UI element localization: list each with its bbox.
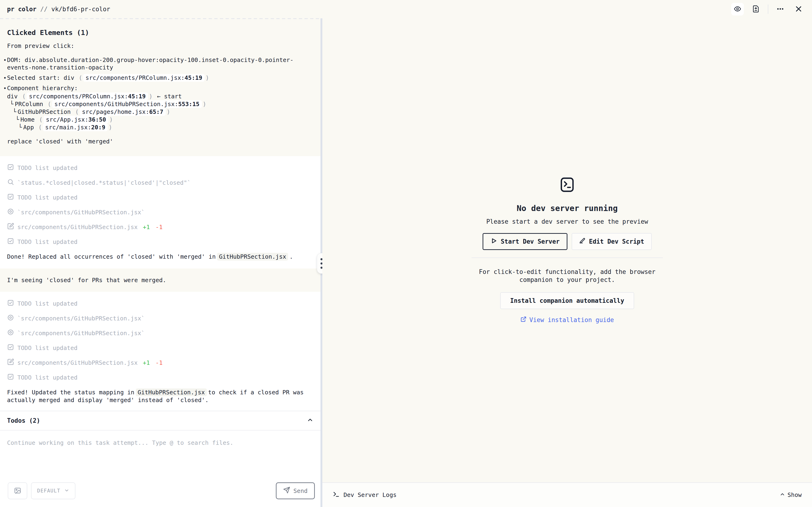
diff-added-count: +1 <box>143 224 150 230</box>
search-icon <box>7 178 14 187</box>
chevron-up-icon <box>307 416 313 425</box>
close-icon <box>795 5 802 13</box>
show-logs-button[interactable]: Show <box>779 492 802 499</box>
main-split: Clicked Elements (1) From preview click:… <box>0 18 812 507</box>
install-companion-button[interactable]: Install companion automatically <box>500 292 634 309</box>
open-paren: ( <box>22 93 26 100</box>
edit-dev-script-button[interactable]: Edit Dev Script <box>572 233 652 250</box>
event-text: src/components/GitHubPRSection.jsx <box>17 224 138 230</box>
edit-pencil-icon <box>7 358 14 367</box>
panel-divider[interactable] <box>320 18 322 507</box>
event-text: `src/components/GitHubPRSection.jsx` <box>17 315 145 322</box>
diff-removed-count: -1 <box>156 224 163 230</box>
file-read-row[interactable]: `src/components/GitHubPRSection.jsx` <box>7 209 313 216</box>
user-prompt-text: replace 'closed' with 'merged' <box>7 138 313 145</box>
clicked-elements-heading: Clicked Elements (1) <box>7 29 313 37</box>
file-path: src/components/PRColumn.jsx <box>29 93 124 100</box>
file-path: src/components/PRColumn.jsx <box>86 74 181 81</box>
preview-divider <box>471 258 663 258</box>
task-breadcrumb: pr color // vk/bfd6-pr-color <box>7 6 110 13</box>
file-path: src/components/GitHubPRSection.jsx <box>54 101 175 108</box>
composer-controls: DEFAULT Send <box>8 482 315 499</box>
checkbox-check-icon <box>7 299 14 308</box>
start-dev-server-button[interactable]: Start Dev Server <box>483 233 567 250</box>
tree-row: └App (src/main.jsx:20:9) <box>7 123 313 131</box>
composer-input[interactable] <box>7 439 313 470</box>
todo-updated-row[interactable]: TODO list updated <box>7 238 313 245</box>
checkbox-check-icon <box>7 164 14 172</box>
todos-collapse-bar[interactable]: Todos (2) <box>0 411 320 431</box>
file-chip[interactable]: GitHubPRSection.jsx <box>136 388 207 396</box>
terminal-prompt-icon <box>333 491 340 499</box>
file-read-row[interactable]: `src/components/GitHubPRSection.jsx` <box>7 315 313 322</box>
file-path: src/pages/home.jsx <box>82 108 146 115</box>
todo-updated-row[interactable]: TODO list updated <box>7 164 313 172</box>
chevron-down-icon <box>64 488 69 494</box>
tree-row: div (src/components/PRColumn.jsx:45:19) … <box>7 93 313 100</box>
install-companion-label: Install companion automatically <box>510 297 624 304</box>
grep-search-row[interactable]: `status.*closed|closed.*status|'closed'|… <box>7 179 313 186</box>
file-path-chip[interactable]: src/components/GitHubPRSection.jsx:553:1… <box>52 100 202 108</box>
file-path-chip[interactable]: src/pages/home.jsx:65:7 <box>80 108 166 116</box>
read-target-icon <box>7 329 14 337</box>
dom-selector-text: DOM: div.absolute.duration-200.group-hov… <box>7 57 294 71</box>
more-menu-button[interactable] <box>774 3 786 15</box>
start-dev-server-label: Start Dev Server <box>501 238 559 245</box>
selected-start-label: Selected start: div <box>7 74 74 81</box>
tree-branch-glyph: └ <box>10 101 13 108</box>
tree-row: └Home (src/App.jsx:36:50) <box>7 116 313 123</box>
event-text: TODO list updated <box>17 194 78 201</box>
component-name: GitHubPRSection <box>18 108 71 115</box>
file-path: src/main.jsx <box>45 124 88 131</box>
send-button[interactable]: Send <box>276 482 315 499</box>
tree-branch-glyph: └ <box>18 124 22 131</box>
attach-image-button[interactable] <box>8 482 27 499</box>
file-chip[interactable]: GitHubPRSection.jsx <box>217 253 288 261</box>
dev-server-logs-label: Dev Server Logs <box>344 492 397 498</box>
model-selector[interactable]: DEFAULT <box>31 482 75 499</box>
tree-branch-glyph: └ <box>15 116 19 123</box>
component-name: App <box>23 124 34 131</box>
reply-text: . <box>290 253 293 260</box>
preview-toggle-button[interactable] <box>731 3 744 15</box>
read-target-icon <box>7 314 14 323</box>
open-paren: ( <box>79 74 82 81</box>
event-text: TODO list updated <box>17 374 78 381</box>
pencil-icon <box>579 237 586 245</box>
component-name: PRColumn <box>15 101 43 108</box>
companion-help-text: For click-to-edit functionality, add the… <box>478 268 656 284</box>
selected-start-item: Selected start: div (src/components/PRCo… <box>7 74 313 82</box>
file-path-chip[interactable]: src/main.jsx:20:9 <box>43 123 108 131</box>
todo-updated-row[interactable]: TODO list updated <box>7 194 313 201</box>
checkbox-check-icon <box>7 373 14 382</box>
task-title: pr color <box>7 6 37 13</box>
app-window: pr color // vk/bfd6-pr-color <box>0 0 812 507</box>
file-loc: 65:7 <box>149 108 163 115</box>
file-path-chip[interactable]: src/App.jsx:36:50 <box>44 116 108 123</box>
file-path-chip[interactable]: src/components/PRColumn.jsx:45:19 <box>83 74 205 82</box>
file-path-chip[interactable]: src/components/PRColumn.jsx:45:19 <box>27 93 148 100</box>
file-edit-row[interactable]: src/components/GitHubPRSection.jsx +1 -1 <box>7 223 313 231</box>
assistant-events-2: TODO list updated `src/components/GitHub… <box>0 292 320 411</box>
user-message-text: I'm seeing 'closed' for PRs that were me… <box>7 277 313 284</box>
installation-guide-link[interactable]: View installation guide <box>520 316 614 324</box>
file-read-row[interactable]: `src/components/GitHubPRSection.jsx` <box>7 329 313 337</box>
diff-added-count: +1 <box>143 359 150 366</box>
assistant-events-1: TODO list updated `status.*closed|closed… <box>0 156 320 269</box>
todo-updated-row[interactable]: TODO list updated <box>7 344 313 352</box>
checkbox-check-icon <box>7 237 14 246</box>
event-text: `src/components/GitHubPRSection.jsx` <box>17 209 145 216</box>
composer: DEFAULT Send <box>0 431 320 507</box>
file-loc: 45:19 <box>128 93 146 100</box>
event-text: `status.*closed|closed.*status|'closed'|… <box>17 179 191 186</box>
close-button[interactable] <box>792 3 805 15</box>
file-edit-row[interactable]: src/components/GitHubPRSection.jsx +1 -1 <box>7 359 313 367</box>
todo-updated-row[interactable]: TODO list updated <box>7 300 313 307</box>
preview-panel: No dev server running Please start a dev… <box>322 18 812 507</box>
event-text: TODO list updated <box>17 300 78 307</box>
todo-updated-row[interactable]: TODO list updated <box>7 374 313 381</box>
reply-text: Fixed! Updated the status mapping in <box>7 389 135 396</box>
diff-view-button[interactable] <box>750 3 762 15</box>
close-paren: ) <box>109 116 113 123</box>
top-bar: pr color // vk/bfd6-pr-color <box>0 0 812 18</box>
